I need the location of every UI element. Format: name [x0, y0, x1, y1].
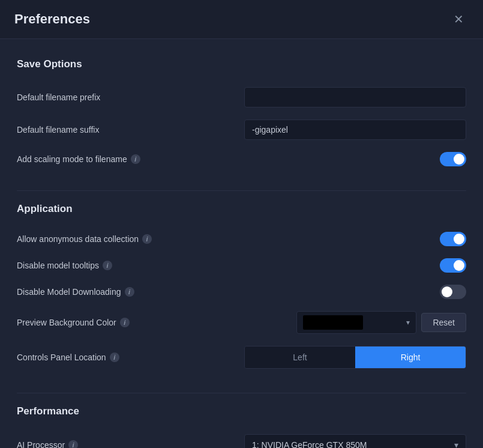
location-right-button[interactable]: Right — [355, 347, 466, 368]
save-options-title: Save Options — [17, 58, 466, 70]
color-swatch — [303, 315, 363, 330]
prefix-input[interactable] — [244, 87, 466, 107]
panel-location-label: Controls Panel Location i — [17, 353, 119, 362]
ai-processor-value: 1: NVIDIA GeForce GTX 850M — [252, 440, 367, 448]
ai-processor-help-icon[interactable]: i — [68, 440, 78, 448]
performance-title: Performance — [17, 405, 466, 417]
prefix-row: Default filename prefix — [17, 81, 466, 114]
ai-processor-row: AI Processor i 1: NVIDIA GeForce GTX 850… — [17, 428, 466, 448]
scaling-mode-slider — [440, 152, 466, 166]
anon-data-slider — [440, 232, 466, 246]
section-divider-1 — [17, 190, 466, 191]
model-downloading-help-icon[interactable]: i — [125, 287, 134, 297]
anon-data-label: Allow anonymous data collection i — [17, 234, 152, 244]
location-left-button[interactable]: Left — [245, 347, 355, 368]
model-downloading-slider — [440, 285, 466, 299]
ai-processor-dropdown[interactable]: 1: NVIDIA GeForce GTX 850M ▾ — [244, 434, 466, 448]
preferences-dialog: Preferences ✕ Save Options Default filen… — [0, 0, 483, 448]
tooltips-toggle[interactable] — [440, 258, 466, 273]
ai-processor-chevron-icon: ▾ — [454, 440, 458, 448]
panel-location-row: Controls Panel Location i Left Right — [17, 340, 466, 375]
tooltips-slider — [440, 258, 466, 273]
dialog-title: Preferences — [14, 11, 90, 27]
anon-data-toggle[interactable] — [440, 232, 466, 246]
reset-button[interactable]: Reset — [421, 313, 466, 332]
prefix-label: Default filename prefix — [17, 92, 100, 102]
scaling-mode-toggle[interactable] — [440, 152, 466, 166]
tooltips-label: Disable model tooltips i — [17, 261, 112, 270]
bg-color-label: Preview Background Color i — [17, 318, 130, 327]
model-downloading-row: Disable Model Downloading i — [17, 279, 466, 305]
scaling-help-icon[interactable]: i — [131, 154, 140, 164]
tooltips-row: Disable model tooltips i — [17, 252, 466, 279]
scaling-mode-label: Add scaling mode to filename i — [17, 154, 140, 164]
ai-processor-label: AI Processor i — [17, 440, 78, 448]
application-section: Application Allow anonymous data collect… — [17, 203, 466, 375]
color-control: ▾ Reset — [296, 311, 466, 334]
panel-location-help-icon[interactable]: i — [110, 353, 119, 362]
color-chevron-icon: ▾ — [406, 318, 410, 327]
anon-data-help-icon[interactable]: i — [142, 234, 152, 244]
dialog-header: Preferences ✕ — [0, 0, 483, 39]
close-button[interactable]: ✕ — [449, 11, 469, 28]
tooltips-help-icon[interactable]: i — [103, 261, 112, 270]
anon-data-row: Allow anonymous data collection i — [17, 226, 466, 252]
model-downloading-label: Disable Model Downloading i — [17, 287, 134, 297]
scaling-mode-row: Add scaling mode to filename i — [17, 146, 466, 172]
suffix-label: Default filename suffix — [17, 125, 99, 135]
performance-section: Performance AI Processor i 1: NVIDIA GeF… — [17, 405, 466, 448]
bg-color-row: Preview Background Color i ▾ Reset — [17, 305, 466, 340]
suffix-row: Default filename suffix — [17, 114, 466, 146]
bg-color-help-icon[interactable]: i — [120, 318, 130, 327]
location-toggle-group: Left Right — [244, 346, 466, 369]
model-downloading-toggle[interactable] — [440, 285, 466, 299]
save-options-section: Save Options Default filename prefix Def… — [17, 58, 466, 172]
section-divider-2 — [17, 393, 466, 393]
dialog-body: Save Options Default filename prefix Def… — [0, 39, 483, 448]
color-select-dropdown[interactable]: ▾ — [296, 311, 416, 334]
suffix-input[interactable] — [244, 120, 466, 140]
application-title: Application — [17, 203, 466, 215]
